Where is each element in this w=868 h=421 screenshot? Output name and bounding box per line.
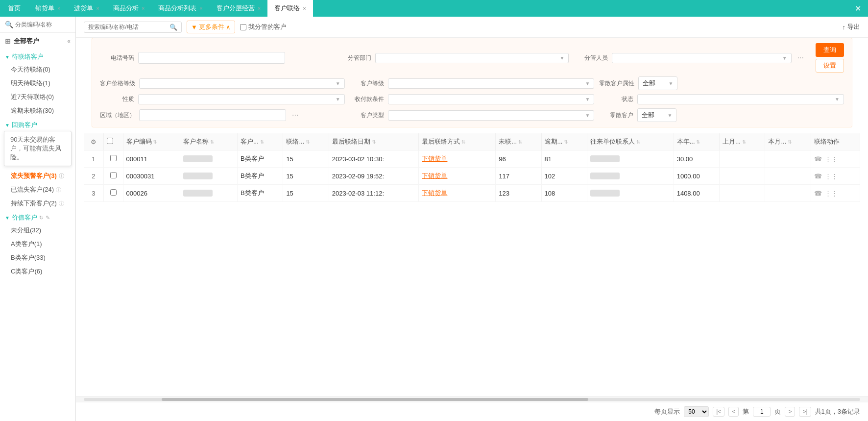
dept-select[interactable]: ▼ <box>375 53 569 63</box>
contact-icon-0[interactable]: ☎ <box>814 155 822 163</box>
scrollbar-area[interactable] <box>76 396 868 402</box>
settings-icon[interactable]: ⚙ <box>91 138 96 146</box>
cell-last-method-0[interactable]: 下销货单 <box>419 150 496 168</box>
cust-type-select[interactable]: ▼ <box>388 110 595 121</box>
sidebar-item-overdue[interactable]: 逾期未联络(30) <box>0 104 75 118</box>
cell-actions-0[interactable]: ☎ ⋮⋮ <box>811 150 860 168</box>
sidebar-item-classC[interactable]: C类客户(6) <box>0 265 75 278</box>
tab-product-analysis[interactable]: 商品分析 × <box>106 0 151 17</box>
search-button[interactable]: 查询 <box>816 43 844 57</box>
more-icon-0[interactable]: ⋮⋮ <box>825 155 838 163</box>
sidebar-item-classB[interactable]: B类客户(33) <box>0 251 75 265</box>
search-icon[interactable]: 🔍 <box>169 24 177 31</box>
tab-sales[interactable]: 销货单 × <box>28 0 67 17</box>
th-no-contact[interactable]: 未联... <box>496 133 541 150</box>
price-level-select[interactable]: ▼ <box>139 78 345 89</box>
row-checkbox-1[interactable] <box>110 172 117 178</box>
page-size-select[interactable]: 50 100 200 <box>684 406 709 417</box>
cell-cb-0[interactable] <box>103 150 123 168</box>
tab-customer-segment-close[interactable]: × <box>258 5 261 11</box>
area-more-btn[interactable]: ··· <box>290 111 300 120</box>
tab-product-list-close[interactable]: × <box>199 5 202 11</box>
sidebar-item-tomorrow[interactable]: 明天待联络(1) <box>0 76 75 90</box>
refresh-icon[interactable]: ↻ <box>39 215 44 221</box>
sidebar-item-lost-predict[interactable]: 流失预警客户(3) ⓘ <box>0 169 75 183</box>
sidebar-item-continue-down[interactable]: 持续下滑客户(2) ⓘ <box>0 197 75 210</box>
tab-purchase[interactable]: 进货单 × <box>67 0 106 17</box>
more-icon-1[interactable]: ⋮⋮ <box>825 173 838 180</box>
contact-icon-2[interactable]: ☎ <box>814 190 822 197</box>
status-select[interactable]: ▼ <box>637 94 844 104</box>
th-last-month[interactable]: 上月... <box>720 133 765 150</box>
cell-actions-2[interactable]: ☎ ⋮⋮ <box>811 185 860 202</box>
th-checkbox[interactable] <box>103 133 123 150</box>
sidebar-search-input[interactable] <box>15 21 71 28</box>
prev-page-btn[interactable]: < <box>728 407 739 417</box>
gender-select[interactable]: ▼ <box>138 94 345 104</box>
group-pending-contact[interactable]: ▼ 待联络客户 <box>0 50 75 63</box>
th-partner-contact[interactable]: 往来单位联系人 <box>587 133 674 150</box>
edit-icon[interactable]: ✎ <box>46 215 50 221</box>
my-customers-check[interactable]: 我分管的客户 <box>240 23 287 31</box>
attr-select[interactable]: 全部 ▼ <box>638 76 677 90</box>
last-method-link-1[interactable]: 下销货单 <box>422 172 447 179</box>
cell-cb-1[interactable] <box>103 168 123 185</box>
row-action-icons-1[interactable]: ☎ ⋮⋮ <box>814 173 857 180</box>
export-btn[interactable]: ↑ 导出 <box>843 23 861 31</box>
sidebar-all-customers[interactable]: ⊞ 全部客户 « <box>0 33 75 50</box>
scrollbar-thumb[interactable] <box>162 398 589 401</box>
select-all-checkbox[interactable] <box>107 138 113 144</box>
group-value-customers[interactable]: ▼ 价值客户 ↻ ✎ <box>0 210 75 223</box>
row-action-icons-2[interactable]: ☎ ⋮⋮ <box>814 190 857 197</box>
person-more-btn[interactable]: ··· <box>796 53 806 62</box>
cell-actions-1[interactable]: ☎ ⋮⋮ <box>811 168 860 185</box>
th-name[interactable]: 客户名称 <box>180 133 238 150</box>
sidebar-item-week[interactable]: 近7天待联络(0) <box>0 90 75 104</box>
next-page-btn[interactable]: > <box>785 407 795 417</box>
th-type[interactable]: 客户... <box>237 133 283 150</box>
group-lost-risk[interactable]: ▼ 回购客户 <box>0 118 75 131</box>
tab-customer-contact[interactable]: 客户联络 × <box>267 0 313 17</box>
row-checkbox-2[interactable] <box>110 189 117 196</box>
cust-level-select[interactable]: ▼ <box>388 78 595 89</box>
page-input[interactable] <box>753 407 771 417</box>
tab-customer-segment[interactable]: 客户分层经营 × <box>210 0 267 17</box>
search-input[interactable] <box>88 24 168 30</box>
th-this-year[interactable]: 本年... <box>674 133 719 150</box>
last-method-link-2[interactable]: 下销货单 <box>422 189 447 197</box>
last-method-link-0[interactable]: 下销货单 <box>422 155 447 162</box>
row-checkbox-0[interactable] <box>110 155 117 161</box>
more-icon-2[interactable]: ⋮⋮ <box>825 190 838 197</box>
th-this-month[interactable]: 本月... <box>765 133 811 150</box>
tab-product-list[interactable]: 商品分析列表 × <box>151 0 209 17</box>
row-action-icons-0[interactable]: ☎ ⋮⋮ <box>814 155 857 163</box>
tab-sales-close[interactable]: × <box>57 5 60 11</box>
sidebar-item-today[interactable]: 今天待联络(0) <box>0 63 75 76</box>
person-select[interactable]: ▼ <box>612 53 791 63</box>
window-close-btn[interactable]: ✕ <box>848 4 868 13</box>
tab-home[interactable]: 首页 <box>0 0 28 17</box>
my-customers-checkbox[interactable] <box>240 24 246 30</box>
tab-customer-contact-close[interactable]: × <box>303 5 306 11</box>
th-code[interactable]: 客户编码 <box>123 133 180 150</box>
th-last-contact-method[interactable]: 最后联络方式 <box>419 133 496 150</box>
th-overdue[interactable]: 逾期... <box>541 133 587 150</box>
sidebar-item-already-lost[interactable]: 已流失客户(24) ⓘ <box>0 183 75 197</box>
th-contact-count[interactable]: 联络... <box>283 133 329 150</box>
area-input[interactable] <box>139 109 286 121</box>
cell-last-method-2[interactable]: 下销货单 <box>419 185 496 202</box>
cell-last-method-1[interactable]: 下销货单 <box>419 168 496 185</box>
more-conditions-btn[interactable]: ▼ 更多条件 ∧ <box>187 21 235 33</box>
last-page-btn[interactable]: >| <box>799 407 811 417</box>
sidebar-item-unsegmented[interactable]: 未分组(32) <box>0 223 75 237</box>
tab-product-analysis-close[interactable]: × <box>142 5 145 11</box>
settings-button[interactable]: 设置 <box>816 59 844 73</box>
payment-select[interactable]: ▼ <box>388 94 595 104</box>
th-last-contact-date[interactable]: 最后联络日期 <box>329 133 419 150</box>
th-settings[interactable]: ⚙ <box>84 133 103 150</box>
retail-select[interactable]: 全部 ▼ <box>637 108 676 122</box>
sidebar-collapse-btn[interactable]: « <box>67 38 71 45</box>
sidebar-item-classA[interactable]: A类客户(1) <box>0 237 75 251</box>
contact-icon-1[interactable]: ☎ <box>814 173 822 180</box>
tab-purchase-close[interactable]: × <box>96 5 99 11</box>
